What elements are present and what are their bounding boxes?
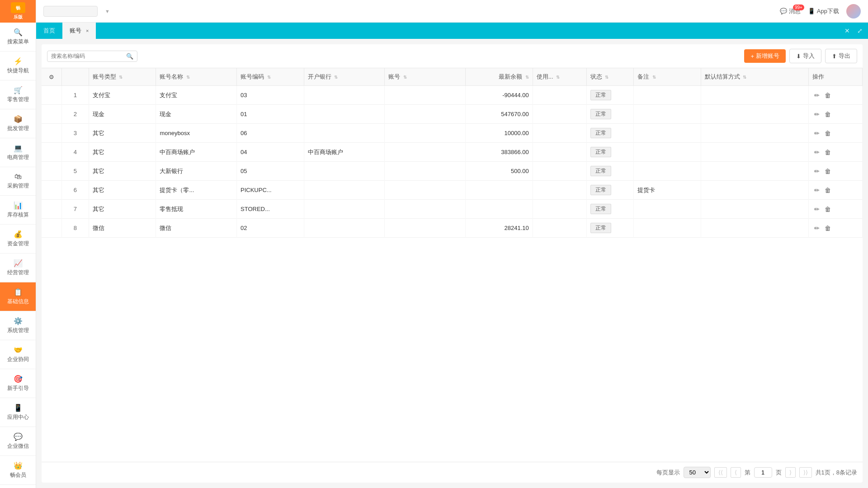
row-usage xyxy=(533,181,586,200)
search-box[interactable]: 🔍 xyxy=(47,51,137,62)
sidebar-item-inventory[interactable]: 📊 库存核算 xyxy=(0,196,36,225)
edit-button[interactable]: ✏ xyxy=(812,148,821,157)
th-code[interactable]: 账号编码 ⇅ xyxy=(237,68,304,86)
row-name: 微信 xyxy=(156,219,237,238)
sidebar-item-enterprise-wechat[interactable]: 💬 企业微信 xyxy=(0,427,36,456)
account-table: ⚙ 账号类型 ⇅ 账号名称 ⇅ 账号编码 xyxy=(42,68,863,238)
import-label: 导入 xyxy=(803,52,815,60)
th-balance[interactable]: 最新余额 ⇅ xyxy=(465,68,533,86)
delete-button[interactable]: 🗑 xyxy=(823,91,833,100)
sidebar-item-retail-mgmt[interactable]: 🛒 零售管理 xyxy=(0,80,36,109)
row-balance: -90444.00 xyxy=(465,86,533,105)
tab-home-label: 首页 xyxy=(43,27,55,35)
th-bank[interactable]: 开户银行 ⇅ xyxy=(304,68,385,86)
messages-button[interactable]: 💬 消息 99+ xyxy=(780,7,801,15)
prev-page-button[interactable]: ⟨ xyxy=(731,467,741,478)
page-input[interactable] xyxy=(754,467,772,478)
content-area: 🔍 + 新增账号 ⬇ 导入 ⬆ 导出 xyxy=(36,39,868,488)
page-suffix: 页 xyxy=(776,469,782,477)
sidebar-item-wholesale-mgmt[interactable]: 📦 批发管理 xyxy=(0,109,36,138)
edit-button[interactable]: ✏ xyxy=(812,224,821,233)
dropdown-icon[interactable]: ▼ xyxy=(105,9,110,14)
table-row: 4 其它 中百商场账户 04 中百商场账户 383866.00 正常 ✏ 🗑 xyxy=(42,143,863,162)
row-type: 其它 xyxy=(89,181,156,200)
th-action: 操作 xyxy=(808,68,862,86)
per-page-select[interactable]: 50 100 200 xyxy=(684,467,711,478)
sidebar-item-beginner-guide[interactable]: 🎯 新手引导 xyxy=(0,369,36,398)
last-page-button[interactable]: ⟩⟩ xyxy=(799,467,812,478)
ops-icon: 📈 xyxy=(14,259,23,267)
th-gear[interactable]: ⚙ xyxy=(42,68,62,86)
row-account xyxy=(385,162,466,181)
first-page-button[interactable]: ⟨⟨ xyxy=(714,467,727,478)
sidebar-item-quick-nav[interactable]: ⚡ 快捷导航 xyxy=(0,52,36,80)
row-account xyxy=(385,124,466,143)
tab-close-btn[interactable]: ✕ xyxy=(843,26,852,35)
sidebar-item-purchase-mgmt[interactable]: 🛍 采购管理 xyxy=(0,167,36,196)
row-status: 正常 xyxy=(586,181,633,200)
th-usage[interactable]: 使用... ⇅ xyxy=(533,68,586,86)
th-name[interactable]: 账号名称 ⇅ xyxy=(156,68,237,86)
sidebar-item-basic-info[interactable]: 📋 基础信息 xyxy=(0,282,36,311)
tab-account[interactable]: 账号 × xyxy=(62,23,96,39)
row-bank xyxy=(304,219,385,238)
delete-button[interactable]: 🗑 xyxy=(823,186,833,195)
delete-button[interactable]: 🗑 xyxy=(823,148,833,157)
th-settle[interactable]: 默认结算方式 ⇅ xyxy=(701,68,808,86)
sidebar-item-label: 企业协同 xyxy=(7,356,29,363)
edit-button[interactable]: ✏ xyxy=(812,129,821,138)
sidebar-item-ecommerce-mgmt[interactable]: 💻 电商管理 xyxy=(0,138,36,167)
th-status[interactable]: 状态 ⇅ xyxy=(586,68,633,86)
next-page-button[interactable]: ⟩ xyxy=(785,467,796,478)
delete-button[interactable]: 🗑 xyxy=(823,110,833,119)
sidebar-item-enterprise-agreement[interactable]: 🤝 企业协同 xyxy=(0,340,36,369)
sort-settle-icon: ⇅ xyxy=(743,75,746,80)
row-account xyxy=(385,181,466,200)
edit-button[interactable]: ✏ xyxy=(812,186,821,195)
sidebar-item-label: 搜索菜单 xyxy=(7,38,29,46)
enterprise-agreement-icon: 🤝 xyxy=(14,346,23,354)
sidebar-item-member[interactable]: 👑 畅会员 xyxy=(0,456,36,485)
edit-button[interactable]: ✏ xyxy=(812,91,821,100)
avatar[interactable] xyxy=(846,4,861,19)
th-remark[interactable]: 备注 ⇅ xyxy=(633,68,701,86)
row-balance: 547670.00 xyxy=(465,105,533,124)
edit-button[interactable]: ✏ xyxy=(812,110,821,119)
add-account-button[interactable]: + 新增账号 xyxy=(744,49,786,63)
header-search-input[interactable] xyxy=(43,6,98,17)
row-action: ✏ 🗑 xyxy=(808,219,862,238)
th-account[interactable]: 账号 ⇅ xyxy=(385,68,466,86)
status-badge: 正常 xyxy=(590,185,611,195)
tab-close-button[interactable]: × xyxy=(86,28,89,33)
export-button[interactable]: ⬆ 导出 xyxy=(825,49,857,63)
row-settle xyxy=(701,162,808,181)
row-settle xyxy=(701,86,808,105)
sidebar-item-app-center[interactable]: 📱 应用中心 xyxy=(0,398,36,427)
row-code: 02 xyxy=(237,219,304,238)
sidebar-item-ops-mgmt[interactable]: 📈 经营管理 xyxy=(0,253,36,282)
wholesale-icon: 📦 xyxy=(14,115,23,123)
sidebar-item-sys-mgmt[interactable]: ⚙️ 系统管理 xyxy=(0,311,36,340)
row-usage xyxy=(533,105,586,124)
edit-button[interactable]: ✏ xyxy=(812,167,821,176)
row-gear xyxy=(42,162,62,181)
app-download-button[interactable]: 📱 App下载 xyxy=(808,7,839,15)
search-input[interactable] xyxy=(51,53,123,59)
tab-home[interactable]: 首页 xyxy=(36,23,62,39)
delete-button[interactable]: 🗑 xyxy=(823,205,833,214)
row-status: 正常 xyxy=(586,200,633,219)
th-type[interactable]: 账号类型 ⇅ xyxy=(89,68,156,86)
sidebar-item-search-menu[interactable]: 🔍 搜索菜单 xyxy=(0,23,36,52)
delete-button[interactable]: 🗑 xyxy=(823,224,833,233)
row-status: 正常 xyxy=(586,219,633,238)
sidebar-item-finance-mgmt[interactable]: 💰 资金管理 xyxy=(0,225,36,253)
member-icon: 👑 xyxy=(14,461,23,470)
search-icon: 🔍 xyxy=(126,53,133,60)
edit-button[interactable]: ✏ xyxy=(812,205,821,214)
import-button[interactable]: ⬇ 导入 xyxy=(789,49,821,63)
row-settle xyxy=(701,143,808,162)
delete-button[interactable]: 🗑 xyxy=(823,129,833,138)
delete-button[interactable]: 🗑 xyxy=(823,167,833,176)
import-icon: ⬇ xyxy=(796,53,801,60)
tab-expand-btn[interactable]: ⤢ xyxy=(855,26,864,35)
